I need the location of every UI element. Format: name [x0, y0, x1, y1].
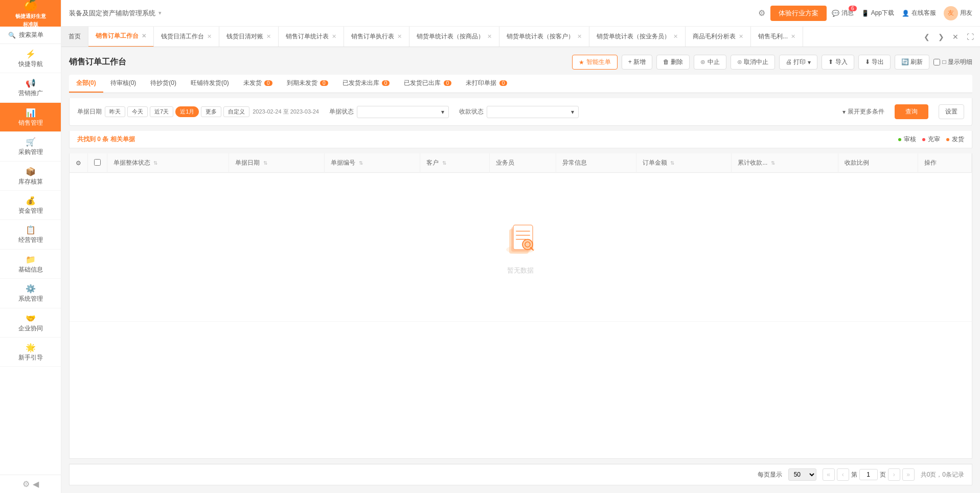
filter-tab-shipped-in[interactable]: 已发货已出库 0	[397, 75, 459, 93]
filter-tab-pending-review[interactable]: 待审核(0)	[103, 75, 144, 93]
user-menu[interactable]: 友 用友	[944, 6, 972, 20]
query-button[interactable]: 查询	[895, 104, 928, 119]
review-action[interactable]: 审核	[898, 135, 916, 144]
tab-close-icon[interactable]: ✕	[673, 33, 678, 40]
delete-button[interactable]: 🗑 删除	[656, 55, 690, 70]
filter-tab-all[interactable]: 全部(0)	[69, 75, 103, 93]
sidebar-item-cooperation[interactable]: 🤝 企业协同	[0, 308, 61, 338]
tab-home[interactable]: 首页	[61, 27, 88, 47]
messages-button[interactable]: 💬 消息 6	[832, 9, 854, 17]
expand-conditions[interactable]: ▾ 展开更多条件	[842, 107, 884, 116]
cancel-stop-button[interactable]: ⊙ 取消中止	[731, 55, 775, 70]
star-icon: ★	[579, 59, 584, 66]
smart-btn[interactable]: ★ 智能生单	[572, 55, 618, 70]
date-btn-custom[interactable]: 自定义	[223, 106, 249, 117]
print-dropdown-icon[interactable]: ▾	[808, 59, 811, 66]
search-label: 搜索菜单	[19, 31, 43, 39]
sidebar-item-inventory[interactable]: 📦 库存核算	[0, 162, 61, 191]
tab-gross-margin[interactable]: 商品毛利分析表 ✕	[686, 27, 751, 47]
select-all-checkbox[interactable]	[94, 159, 101, 166]
status-select[interactable]: ▾	[357, 106, 449, 118]
stop-button[interactable]: ⊙ 中止	[694, 55, 726, 70]
sidebar-item-finance[interactable]: 💰 资金管理	[0, 191, 61, 220]
settings-button[interactable]: 设置	[939, 104, 964, 119]
th-amount-sort[interactable]: ⇅	[670, 160, 674, 166]
last-page-btn[interactable]: »	[902, 468, 915, 481]
show-detail-checkbox[interactable]: □ 显示明细	[933, 58, 972, 66]
tab-prev-icon[interactable]: ❮	[922, 32, 932, 42]
filter-tab-overdue[interactable]: 到期未发货 0	[280, 75, 335, 93]
tab-cashier-daily[interactable]: 钱货日清工作台 ✕	[154, 27, 219, 47]
filter-tab-shipped-not-in[interactable]: 已发货未出库 0	[335, 75, 397, 93]
filter-tab-not-printed[interactable]: 未打印单据 0	[459, 75, 514, 93]
tab-close-all-icon[interactable]: ✕	[950, 32, 961, 42]
tab-close-icon[interactable]: ✕	[332, 33, 336, 40]
tab-sales-more[interactable]: 销售毛利... ✕	[751, 27, 803, 47]
date-btn-7days[interactable]: 近7天	[150, 106, 173, 117]
print-button[interactable]: 🖨 打印 ▾	[779, 55, 817, 70]
app-download-button[interactable]: 📱 App下载	[861, 9, 894, 17]
show-detail-input[interactable]	[933, 59, 940, 65]
settings-icon[interactable]: ⚙	[22, 479, 30, 489]
sidebar-item-operations[interactable]: 📋 经营管理	[0, 220, 61, 249]
th-number-sort[interactable]: ⇅	[359, 160, 363, 166]
tab-close-icon[interactable]: ✕	[207, 33, 212, 40]
next-page-btn[interactable]: ›	[888, 468, 900, 481]
tab-fullscreen-icon[interactable]: ⛶	[965, 32, 976, 42]
sidebar-item-system[interactable]: ⚙️ 系统管理	[0, 279, 61, 308]
tab-close-icon[interactable]: ✕	[487, 33, 492, 40]
gear-icon[interactable]: ⚙	[76, 160, 81, 167]
th-date-sort[interactable]: ⇅	[263, 160, 267, 166]
tab-sales-stat[interactable]: 销售订单统计表 ✕	[279, 27, 344, 47]
page-size-select[interactable]: 50 10 20 100	[788, 468, 816, 481]
tab-sales-exec[interactable]: 销售订单执行表 ✕	[344, 27, 409, 47]
tab-cash-reconcile[interactable]: 钱货日清对账 ✕	[219, 27, 279, 47]
sidebar-item-purchase[interactable]: 🛒 采购管理	[0, 132, 61, 161]
online-service-button[interactable]: 👤 在线客服	[902, 9, 936, 17]
sidebar-item-basic[interactable]: 📁 基础信息	[0, 250, 61, 279]
date-btn-yesterday[interactable]: 昨天	[105, 106, 125, 117]
settings-gear-icon[interactable]: ⚙	[758, 8, 765, 18]
th-customer-sort[interactable]: ⇅	[442, 160, 446, 166]
tab-close-icon[interactable]: ✕	[142, 33, 146, 39]
date-btn-today[interactable]: 今天	[127, 106, 148, 117]
dropdown-icon[interactable]: ▾	[158, 10, 162, 16]
payment-select[interactable]: ▾	[487, 106, 579, 118]
export-button[interactable]: ⬇ 导出	[858, 55, 891, 70]
sidebar-item-marketing[interactable]: 📢 营销推广	[0, 73, 61, 102]
tab-close-icon[interactable]: ✕	[791, 33, 795, 40]
page-label: 第	[851, 470, 857, 479]
refresh-button[interactable]: 🔄 刷新	[895, 55, 929, 70]
tab-sales-summary-customer[interactable]: 销货单统计表（按客户） ✕	[499, 27, 589, 47]
tab-sales-summary-product[interactable]: 销货单统计表（按商品） ✕	[409, 27, 499, 47]
date-btn-1month[interactable]: 近1月	[175, 106, 199, 117]
filter-tab-not-shipped[interactable]: 未发货 0	[236, 75, 280, 93]
prev-page-btn[interactable]: ‹	[837, 468, 849, 481]
user-avatar: 友	[944, 6, 958, 20]
ship-action[interactable]: 发货	[946, 135, 964, 144]
tab-close-icon[interactable]: ✕	[397, 33, 402, 40]
filter-tab-wangpu[interactable]: 旺铺待发货(0)	[184, 75, 236, 93]
first-page-btn[interactable]: «	[823, 468, 835, 481]
th-status-sort[interactable]: ⇅	[153, 160, 157, 166]
date-options: 昨天 今天 近7天 近1月 更多 自定义	[105, 106, 249, 117]
collapse-icon[interactable]: ◀	[33, 479, 39, 489]
trial-button[interactable]: 体验行业方案	[770, 6, 827, 21]
th-collected-sort[interactable]: ⇅	[771, 160, 775, 166]
import-button[interactable]: ⬆ 导入	[822, 55, 854, 70]
sidebar-search[interactable]: 🔍 搜索菜单	[0, 27, 61, 44]
cancel-review-action[interactable]: 充审	[922, 135, 940, 144]
date-btn-more[interactable]: 更多	[201, 106, 221, 117]
tab-sales-summary-staff[interactable]: 销货单统计表（按业务员） ✕	[589, 27, 686, 47]
new-button[interactable]: + 新增	[622, 55, 652, 70]
tab-sales-workbench[interactable]: 销售订单工作台 ✕	[88, 27, 154, 47]
sidebar-item-sales[interactable]: 📊 销售管理	[0, 103, 61, 132]
filter-tab-pending-inspect[interactable]: 待抄货(0)	[143, 75, 184, 93]
tab-close-icon[interactable]: ✕	[266, 33, 271, 40]
page-input[interactable]	[859, 469, 878, 480]
sidebar-item-quick[interactable]: ⚡ 快捷导航	[0, 44, 61, 73]
tab-close-icon[interactable]: ✕	[577, 33, 582, 40]
tab-close-icon[interactable]: ✕	[739, 33, 743, 40]
tab-next-icon[interactable]: ❯	[936, 32, 946, 42]
sidebar-item-guide[interactable]: 🌟 新手引导	[0, 338, 61, 367]
